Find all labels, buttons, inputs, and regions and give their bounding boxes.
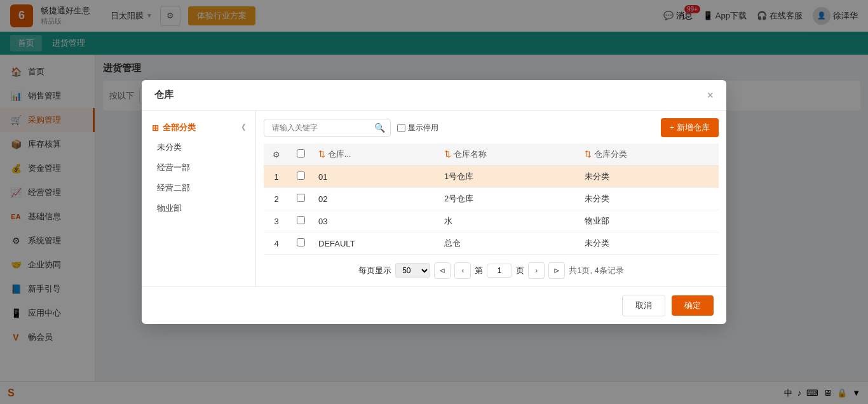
dialog-title: 仓库 — [154, 89, 173, 101]
row-check-2[interactable] — [289, 210, 312, 232]
grid-icon: ⊞ — [152, 123, 159, 133]
pagination: 每页显示 50 100 200 ⊲ ‹ 第 页 › ⊳ 共1页, 4条记录 — [264, 255, 719, 279]
th-category: ⇅ 仓库分类 — [578, 144, 719, 166]
sort-icon-cat: ⇅ — [585, 149, 592, 159]
row-code-2: 03 — [312, 210, 438, 232]
table-scroll-area: ⚙ ⇅ 仓库... ⇅ — [264, 144, 719, 255]
dialog-body: ⊞ 全部分类 《 未分类 经营一部 经营二部 物业部 🔍 — [142, 111, 726, 286]
row-code-0: 01 — [312, 166, 438, 188]
row-category-1: 未分类 — [578, 188, 719, 210]
category-item-0[interactable]: 未分类 — [142, 137, 255, 158]
row-action-1: 2 — [264, 188, 289, 210]
row-category-3: 未分类 — [578, 232, 719, 255]
table-body: 1 01 1号仓库 未分类 2 02 2号仓库 未分类 3 — [264, 166, 719, 255]
table-header-row: ⚙ ⇅ 仓库... ⇅ — [264, 144, 719, 166]
search-input-wrap: 🔍 — [264, 119, 391, 137]
dialog-header: 仓库 × — [142, 80, 726, 111]
row-name-0: 1号仓库 — [438, 166, 578, 188]
row-check-1[interactable] — [289, 188, 312, 210]
sort-icon-name: ⇅ — [444, 149, 451, 159]
per-page-select[interactable]: 50 100 200 — [395, 263, 430, 278]
next-page-button[interactable]: › — [528, 262, 545, 279]
warehouse-dialog: 仓库 × ⊞ 全部分类 《 未分类 经营一部 经营二部 物业部 — [142, 80, 726, 324]
category-tree: ⊞ 全部分类 《 未分类 经营一部 经营二部 物业部 — [142, 111, 256, 286]
category-all[interactable]: ⊞ 全部分类 《 — [142, 118, 255, 137]
row-code-1: 02 — [312, 188, 438, 210]
sort-icon: ⇅ — [318, 149, 325, 159]
row-num-1: 2 — [274, 194, 278, 204]
confirm-button[interactable]: 确定 — [672, 295, 714, 316]
all-category-label: 全部分类 — [163, 122, 196, 133]
row-category-2: 物业部 — [578, 210, 719, 232]
th-category-label: 仓库分类 — [594, 149, 627, 159]
table-toolbar: 🔍 显示停用 + 新增仓库 — [264, 118, 719, 137]
row-check-0[interactable] — [289, 166, 312, 188]
row-checkbox-0[interactable] — [297, 172, 305, 180]
th-action: ⚙ — [264, 144, 289, 166]
row-check-3[interactable] — [289, 232, 312, 255]
row-name-3: 总仓 — [438, 232, 578, 255]
first-page-button[interactable]: ⊲ — [434, 262, 451, 279]
row-code-3: DEFAULT — [312, 232, 438, 255]
row-num-2: 3 — [274, 217, 278, 226]
warehouse-table: ⚙ ⇅ 仓库... ⇅ — [264, 144, 719, 255]
row-num-3: 4 — [274, 239, 278, 248]
gear-col-icon: ⚙ — [273, 150, 280, 159]
th-name: ⇅ 仓库名称 — [438, 144, 578, 166]
row-name-1: 2号仓库 — [438, 188, 578, 210]
last-page-button[interactable]: ⊳ — [548, 262, 565, 279]
table-header: ⚙ ⇅ 仓库... ⇅ — [264, 144, 719, 166]
dialog-overlay: 仓库 × ⊞ 全部分类 《 未分类 经营一部 经营二部 物业部 — [0, 0, 868, 404]
category-item-2[interactable]: 经营二部 — [142, 178, 255, 198]
page-label: 页 — [516, 265, 524, 276]
table-row[interactable]: 2 02 2号仓库 未分类 — [264, 188, 719, 210]
collapse-icon: 《 — [238, 123, 245, 133]
category-item-3[interactable]: 物业部 — [142, 198, 255, 219]
th-code: ⇅ 仓库... — [312, 144, 438, 166]
select-all-checkbox[interactable] — [297, 149, 305, 158]
table-row[interactable]: 4 DEFAULT 总仓 未分类 — [264, 232, 719, 255]
row-name-2: 水 — [438, 210, 578, 232]
category-item-1[interactable]: 经营一部 — [142, 158, 255, 178]
row-action-2: 3 — [264, 210, 289, 232]
th-name-label: 仓库名称 — [454, 149, 487, 159]
show-disabled-label: 显示停用 — [408, 123, 438, 133]
row-category-0: 未分类 — [578, 166, 719, 188]
page-label-qian: 第 — [475, 265, 483, 276]
row-action-0: 1 — [264, 166, 289, 188]
row-checkbox-3[interactable] — [297, 238, 305, 246]
per-page-label: 每页显示 — [358, 265, 391, 276]
search-input[interactable] — [269, 119, 374, 136]
row-checkbox-2[interactable] — [297, 216, 305, 224]
show-disabled-toggle[interactable]: 显示停用 — [397, 123, 438, 133]
total-label: 共1页, 4条记录 — [569, 265, 624, 276]
table-area: 🔍 显示停用 + 新增仓库 ⚙ — [256, 111, 726, 286]
table-row[interactable]: 1 01 1号仓库 未分类 — [264, 166, 719, 188]
th-checkbox — [289, 144, 312, 166]
th-code-label: 仓库... — [328, 149, 351, 159]
search-icon[interactable]: 🔍 — [374, 123, 385, 133]
row-action-3: 4 — [264, 232, 289, 255]
prev-page-button[interactable]: ‹ — [454, 262, 471, 279]
cancel-button[interactable]: 取消 — [622, 295, 665, 316]
table-row[interactable]: 3 03 水 物业部 — [264, 210, 719, 232]
row-checkbox-1[interactable] — [297, 194, 305, 202]
show-disabled-checkbox[interactable] — [397, 124, 405, 132]
row-num-0: 1 — [274, 172, 278, 182]
add-warehouse-button[interactable]: + 新增仓库 — [661, 118, 719, 137]
dialog-footer: 取消 确定 — [142, 286, 726, 324]
dialog-close-button[interactable]: × — [707, 90, 714, 101]
page-number-input[interactable] — [487, 264, 512, 278]
